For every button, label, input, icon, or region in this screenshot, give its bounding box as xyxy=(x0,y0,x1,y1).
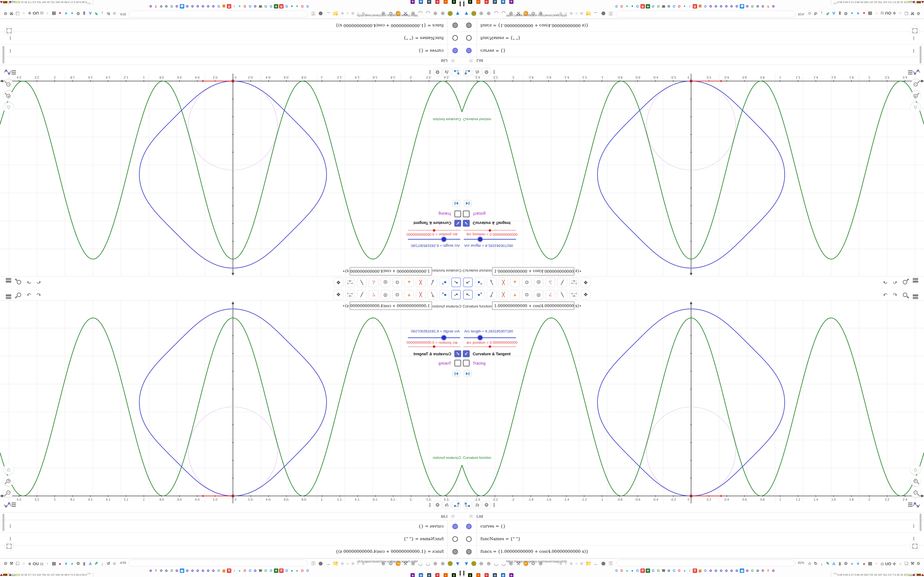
toolbar-more-button[interactable]: ••• xyxy=(429,503,431,507)
tab-dot[interactable]: ○ xyxy=(346,10,349,17)
function-input[interactable]: 1.000000000000 + cos(4.000000000000 x) ▼ xyxy=(349,267,432,276)
arc-position-slider[interactable] xyxy=(408,347,460,347)
shield-icon[interactable]: ⬣ xyxy=(600,560,607,567)
extension-icon[interactable]: ⚙ xyxy=(843,560,849,567)
gauge-icon[interactable]: ◡ xyxy=(417,560,424,567)
bookmark-favicon[interactable]: ✿ xyxy=(190,4,195,8)
bookmark-favicon[interactable]: G xyxy=(620,569,624,573)
bookmark-favicon[interactable]: ✦ xyxy=(274,569,278,573)
bookmark-favicon[interactable]: ⚙ xyxy=(761,4,765,8)
chevron-down-icon[interactable]: ▼ xyxy=(342,304,345,308)
redo-button[interactable]: ↷ xyxy=(25,278,33,286)
extension-icon[interactable]: ✎ xyxy=(824,560,831,567)
algebra-row-funcNames[interactable]: funcNames = {" "}••• xyxy=(0,32,462,44)
arc-length-slider-knob[interactable] xyxy=(442,335,446,340)
perpendicular-line-tool[interactable]: ╳ xyxy=(416,290,425,300)
tree-view-button[interactable] xyxy=(452,68,460,76)
pan-tool[interactable]: ✥ xyxy=(334,277,343,287)
extension-icon[interactable]: ↓ xyxy=(99,10,106,17)
settings-button[interactable]: ⚙ xyxy=(433,68,442,76)
settings-button[interactable]: ⚙ xyxy=(433,501,442,509)
line-tool[interactable]: ╱● xyxy=(487,290,496,300)
circle-tool[interactable]: ⊙ xyxy=(393,290,402,300)
bookmark-favicon[interactable]: R xyxy=(279,569,284,573)
pan-tool[interactable]: ✥ xyxy=(581,277,590,287)
extension-icon[interactable]: ↻ xyxy=(105,10,111,17)
taskbar-icon[interactable]: ● xyxy=(476,573,480,577)
extension-icon[interactable]: ◔ xyxy=(873,560,879,567)
collapse-list-button[interactable]: – xyxy=(469,514,473,518)
tree-view-button[interactable] xyxy=(464,501,472,509)
visibility-toggle-curves[interactable] xyxy=(466,524,472,529)
bookmark-favicon[interactable]: R xyxy=(227,4,231,8)
bookmark-favicon[interactable]: ◍ xyxy=(180,569,184,573)
bookmark-favicon[interactable]: ✿ xyxy=(253,569,257,573)
curvature-tangent-checkbox[interactable]: ✓ xyxy=(463,350,470,357)
extension-icon[interactable]: ❏ xyxy=(14,10,21,17)
bookmark-favicon[interactable]: ● xyxy=(295,569,299,573)
fullscreen-button[interactable] xyxy=(910,26,919,35)
arc-length-slider-knob[interactable] xyxy=(478,335,482,340)
globe-icon[interactable]: ⊕ xyxy=(439,10,446,17)
extension-icon[interactable]: ⚙ xyxy=(75,560,81,567)
scrollbar[interactable] xyxy=(919,514,922,531)
gauge-icon[interactable]: ◡ xyxy=(425,560,431,567)
row-menu-button[interactable]: ••• xyxy=(913,537,914,541)
circle-tool[interactable]: ⊙ xyxy=(522,290,531,300)
move-tool[interactable]: ↖ xyxy=(451,277,461,287)
taskbar-icon[interactable]: ◉ xyxy=(509,0,514,4)
bookmark-favicon[interactable]: ⚙ xyxy=(761,569,765,573)
folder-icon[interactable]: 📁 xyxy=(585,560,592,567)
bookmark-favicon[interactable]: ✿ xyxy=(149,4,153,8)
bookmark-favicon[interactable]: ✿ xyxy=(724,569,729,573)
bookmark-favicon[interactable]: ● xyxy=(295,4,299,8)
extension-icon[interactable]: ☆ xyxy=(111,10,118,17)
tab-dot[interactable]: ○ xyxy=(575,10,578,17)
bookmark-favicon[interactable]: ● xyxy=(289,569,294,573)
bookmark-favicon[interactable]: G xyxy=(672,4,676,8)
menu-button[interactable] xyxy=(911,278,919,286)
undo-button[interactable]: ↶ xyxy=(35,291,43,299)
bookmark-favicon[interactable]: ▧ xyxy=(698,4,702,8)
arc-length-slider[interactable] xyxy=(464,337,516,338)
back-arrow-icon[interactable]: ← xyxy=(325,560,331,567)
extension-icon[interactable]: ● xyxy=(57,10,63,17)
menu-button[interactable] xyxy=(911,291,919,299)
zoom-out-button[interactable]: − xyxy=(910,487,921,498)
tracing-checkbox[interactable] xyxy=(463,359,470,366)
extension-icon[interactable]: ☆ xyxy=(111,560,118,567)
extension-icon[interactable]: UO xyxy=(32,560,39,567)
bookmark-favicon[interactable]: ✿ xyxy=(164,569,169,573)
curvature-tangent-checkbox[interactable]: ✓ xyxy=(463,220,470,227)
extension-icon[interactable]: ▼ xyxy=(855,560,861,567)
gauge-icon[interactable]: ◡ xyxy=(417,10,424,17)
gauge-icon[interactable]: ◡ xyxy=(493,560,499,567)
conic-tool[interactable]: ◎ xyxy=(534,277,543,287)
bookmark-favicon[interactable]: ✿ xyxy=(206,569,210,573)
bookmark-favicon[interactable]: ● xyxy=(289,4,294,8)
extension-icon[interactable]: ▮ xyxy=(837,10,843,17)
arc-position-slider-knob[interactable] xyxy=(433,229,435,232)
arc-position-slider[interactable] xyxy=(464,347,516,347)
bookmark-favicon[interactable]: ✿ xyxy=(719,569,723,573)
conic-tool[interactable]: ◎ xyxy=(534,290,543,300)
extension-icon[interactable]: ▼ xyxy=(63,560,69,567)
bookmark-favicon[interactable]: ▧ xyxy=(222,569,226,573)
visibility-toggle-funcs[interactable] xyxy=(466,549,472,554)
bookmark-favicon[interactable]: i xyxy=(232,4,236,8)
extension-icon[interactable]: + xyxy=(69,560,75,567)
taskbar-icon[interactable]: ⚙ xyxy=(435,573,439,577)
taskbar-icon[interactable]: ● xyxy=(444,0,448,4)
extension-icon[interactable]: ◈ xyxy=(26,560,33,567)
back-arrow-icon[interactable]: ← xyxy=(593,560,599,567)
polygon-tool[interactable]: ▲ xyxy=(404,277,414,287)
back-arrow-icon[interactable]: ← xyxy=(593,10,599,17)
bookmark-favicon[interactable]: G xyxy=(300,4,304,8)
extension-icon[interactable]: ❏ xyxy=(903,10,910,17)
bookmark-favicon[interactable]: ✿ xyxy=(708,4,713,8)
gauge-icon[interactable]: ◡ xyxy=(500,10,507,17)
scrollbar[interactable] xyxy=(919,46,922,63)
arc-position-point[interactable] xyxy=(690,495,693,497)
graph-canvas[interactable]: -2.4-2.2-2-1.8-1.6-1.4-1.2-1-0.8-0.6-0.4… xyxy=(0,301,462,503)
polygon-tool[interactable]: ▲ xyxy=(404,290,414,300)
